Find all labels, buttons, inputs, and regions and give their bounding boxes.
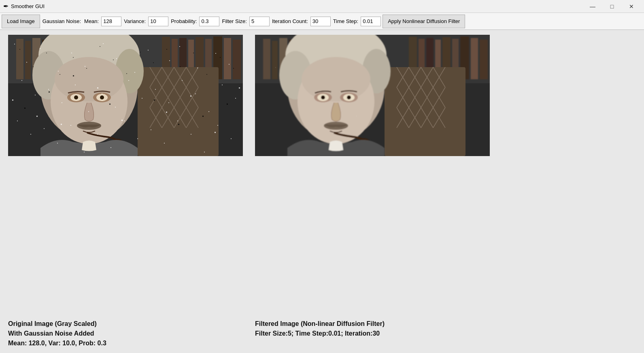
- filter-size-input[interactable]: [249, 17, 270, 26]
- svg-rect-3: [25, 41, 31, 79]
- time-step-input[interactable]: [361, 17, 381, 26]
- noisy-einstein-svg: [8, 35, 243, 156]
- iteration-count-input[interactable]: [310, 17, 331, 26]
- svg-rect-119: [206, 74, 207, 75]
- svg-rect-83: [182, 80, 183, 81]
- variance-input[interactable]: [148, 17, 168, 26]
- svg-rect-77: [102, 93, 102, 94]
- svg-rect-108: [60, 74, 60, 75]
- svg-rect-195: [316, 91, 317, 92]
- svg-rect-91: [57, 143, 58, 144]
- filtered-image: [255, 35, 490, 156]
- gaussian-noise-label: Gaussian Noise:: [42, 18, 82, 24]
- svg-rect-109: [73, 57, 74, 58]
- title-bar-controls: — □ ✕: [583, 0, 641, 13]
- svg-rect-15: [233, 40, 241, 79]
- svg-rect-107: [46, 53, 47, 53]
- svg-rect-65: [148, 50, 149, 51]
- svg-rect-196: [356, 116, 357, 116]
- svg-rect-75: [75, 85, 76, 85]
- svg-rect-118: [193, 53, 194, 53]
- svg-rect-98: [151, 129, 151, 130]
- svg-rect-66: [169, 60, 170, 61]
- svg-point-185: [302, 57, 370, 101]
- svg-rect-64: [134, 72, 135, 73]
- apply-filter-button[interactable]: Apply Nonlinear Diffusion Filter: [383, 15, 465, 28]
- svg-rect-104: [231, 138, 232, 139]
- images-row: [8, 35, 636, 156]
- svg-rect-129: [109, 104, 111, 105]
- svg-rect-73: [48, 89, 49, 90]
- probability-label: Probability:: [170, 18, 198, 24]
- svg-rect-76: [88, 111, 89, 112]
- svg-rect-128: [97, 87, 98, 89]
- svg-rect-121: [233, 68, 234, 69]
- svg-rect-122: [12, 99, 13, 101]
- load-image-button[interactable]: Load Image: [2, 15, 40, 28]
- svg-rect-194: [275, 67, 276, 68]
- svg-rect-74: [62, 102, 62, 103]
- minimize-button[interactable]: —: [583, 0, 602, 13]
- svg-rect-120: [220, 57, 221, 58]
- svg-rect-112: [113, 59, 114, 60]
- svg-rect-134: [190, 95, 191, 97]
- svg-rect-137: [227, 104, 228, 105]
- svg-rect-127: [73, 75, 74, 76]
- svg-rect-132: [166, 112, 167, 113]
- svg-rect-81: [155, 89, 156, 90]
- svg-rect-111: [100, 46, 100, 47]
- svg-rect-84: [195, 93, 196, 94]
- svg-rect-103: [217, 125, 218, 126]
- mean-input[interactable]: [101, 17, 121, 26]
- svg-rect-99: [164, 143, 165, 144]
- svg-rect-90: [44, 128, 45, 129]
- left-caption: Original Image (Gray Scaled) With Gaussi…: [8, 319, 243, 348]
- svg-rect-58: [40, 48, 40, 49]
- svg-point-191: [347, 95, 351, 99]
- right-image-container: [255, 35, 490, 156]
- svg-rect-56: [14, 44, 15, 44]
- svg-rect-87: [235, 98, 236, 99]
- title-bar-left: ✒ Smoother GUI: [3, 2, 45, 10]
- svg-rect-115: [153, 62, 154, 63]
- mean-label: Mean:: [83, 18, 100, 24]
- right-caption-line2: Filter Size:5; Time Step:0.01; Iteration…: [255, 329, 490, 338]
- svg-point-46: [55, 57, 123, 101]
- right-caption-line1: Filtered Image (Non-linear Diffusion Fil…: [255, 319, 490, 329]
- svg-rect-70: [229, 64, 230, 65]
- svg-rect-154: [480, 40, 488, 79]
- right-caption: Filtered Image (Non-linear Diffusion Fil…: [255, 319, 490, 348]
- svg-rect-59: [58, 71, 59, 72]
- left-image-container: [8, 35, 243, 156]
- main-content: Original Image (Gray Scaled) With Gaussi…: [0, 30, 644, 353]
- svg-rect-60: [71, 53, 72, 53]
- svg-rect-95: [111, 147, 111, 148]
- svg-rect-106: [33, 66, 34, 67]
- svg-point-190: [321, 95, 325, 99]
- svg-rect-86: [222, 85, 223, 85]
- svg-rect-79: [128, 80, 129, 81]
- captions-row: Original Image (Gray Scaled) With Gaussi…: [8, 319, 636, 348]
- svg-rect-89: [30, 134, 31, 135]
- toolbar: Load Image Gaussian Noise: Mean: Varianc…: [0, 13, 644, 30]
- svg-rect-93: [84, 152, 85, 152]
- svg-rect-101: [191, 134, 191, 135]
- app-icon: ✒: [3, 2, 9, 10]
- svg-rect-123: [24, 108, 26, 109]
- left-caption-line1: Original Image (Gray Scaled): [8, 319, 243, 329]
- svg-rect-141: [263, 39, 270, 79]
- svg-rect-96: [124, 120, 125, 121]
- noisy-image: [8, 35, 243, 156]
- svg-rect-102: [204, 152, 205, 152]
- svg-rect-61: [85, 66, 85, 67]
- svg-rect-135: [202, 116, 204, 117]
- svg-rect-133: [178, 124, 179, 125]
- maximize-button[interactable]: □: [603, 0, 621, 13]
- close-button[interactable]: ✕: [622, 0, 641, 13]
- probability-input[interactable]: [199, 17, 219, 26]
- svg-rect-105: [19, 49, 20, 50]
- svg-rect-97: [137, 138, 138, 139]
- svg-rect-124: [36, 116, 38, 117]
- svg-point-51: [74, 95, 78, 99]
- svg-rect-68: [197, 68, 198, 68]
